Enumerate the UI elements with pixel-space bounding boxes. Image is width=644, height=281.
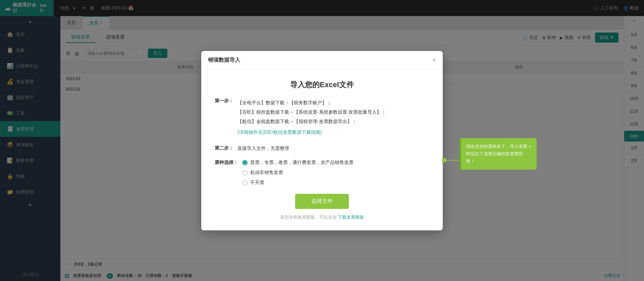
radio-circle-3 [242,180,248,185]
step1-line-1: 【全电平台】数据下载→【税务数字账户】； [237,98,386,107]
modal-overlay: 销项数据导入 × 导入您的Excel文件 第一步： 【全电平台】数据下载→【税务… [0,0,644,281]
download-template-link[interactable]: 下载发票模版 [338,215,364,220]
import-modal: 销项数据导入 × 导入您的Excel文件 第一步： 【全电平台】数据下载→【税务… [201,51,443,230]
ticket-select: 票种选择： 普票，专票，卷票，通行费发票，农产品销售发票 机动车销售发票 不开票 [215,160,429,186]
modal-close-button[interactable]: × [432,56,436,64]
step1-line-2: 【百旺】税控盘数据下载→【系统设置-系统参数设置-发票批量导入】； [237,107,386,117]
tooltip-close-btn[interactable]: × [529,143,531,151]
step-1: 第一步： 【全电平台】数据下载→【税务数字账户】； 【百旺】税控盘数据下载→【系… [215,98,429,137]
radio-label-3: 不开票 [250,180,264,186]
modal-footer: 若您没有发票模版，可以点击 下载发票模版 [215,214,429,220]
radio-item-2[interactable]: 机动车销售发票 [242,170,354,176]
modal-title: 销项数据导入 [208,57,240,64]
tooltip-container: × 现在支持的票种多了，导入发票时别忘了选择正确的发票类型呀！ [460,138,537,170]
tooltip-box: × 现在支持的票种多了，导入发票时别忘了选择正确的发票类型呀！ [460,138,537,170]
modal-header: 销项数据导入 × [201,51,443,70]
modal-body: 导入您的Excel文件 第一步： 【全电平台】数据下载→【税务数字账户】； 【百… [201,70,443,230]
step-2: 第二步： 直接导入文件，无需整理 [215,144,429,153]
tooltip-text: 现在支持的票种多了，导入发票时别忘了选择正确的发票类型呀！ [466,144,527,164]
ticket-label: 票种选择： [215,160,238,166]
radio-item-3[interactable]: 不开票 [242,180,354,186]
step2-text: 直接导入文件，无需整理 [237,144,289,153]
step1-guide-link[interactable]: (详细操作见百旺/航信发票数据下载指南) [237,129,322,135]
radio-label-1: 普票，专票，卷票，通行费发票，农产品销售发票 [250,160,354,166]
step1-line-3: 【航信】金税盘数据下载→【报税管理-发票数据导出】； [237,117,386,126]
tooltip-connector [442,158,460,162]
radio-label-2: 机动车销售发票 [250,170,283,176]
radio-item-1[interactable]: 普票，专票，卷票，通行费发票，农产品销售发票 [242,160,354,166]
tooltip-dot [442,158,446,162]
tooltip-accent-bar [460,138,461,170]
modal-main-title: 导入您的Excel文件 [215,80,429,90]
select-file-button[interactable]: 选择文件 [295,194,349,209]
ticket-options: 普票，专票，卷票，通行费发票，农产品销售发票 机动车销售发票 不开票 [242,160,354,186]
step1-label: 第一步： [215,98,233,104]
radio-circle-2 [242,170,248,175]
step1-content: 【全电平台】数据下载→【税务数字账户】； 【百旺】税控盘数据下载→【系统设置-系… [237,98,386,137]
radio-circle-1 [242,160,248,165]
step2-label: 第二步： [215,145,233,151]
tooltip-line [446,160,460,161]
